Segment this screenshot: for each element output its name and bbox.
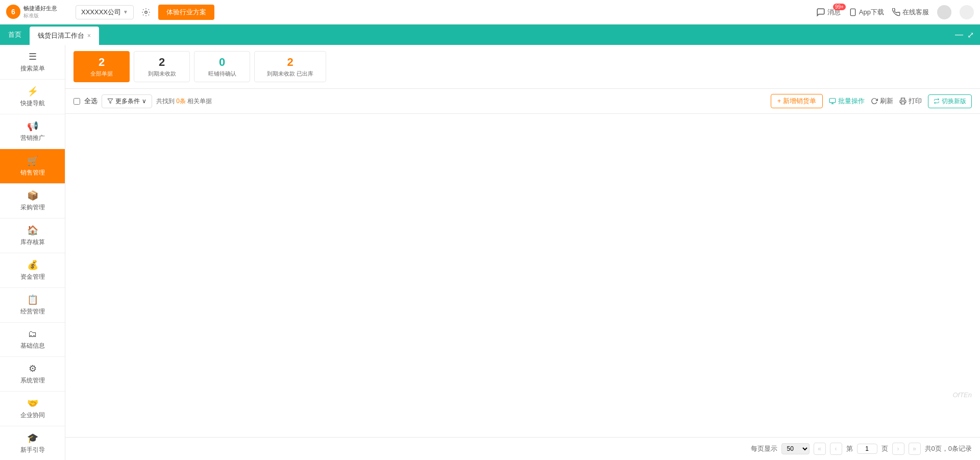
online-service-button[interactable]: 在线客服 (892, 8, 929, 17)
toolbar-right: + 新增销货单 批量操作 刷新 打印 (771, 94, 972, 108)
card-overdue-shipped-number: 2 (287, 56, 293, 69)
card-wangpu-label: 旺铺待确认 (208, 70, 236, 78)
quicknav-icon: ⚡ (27, 86, 38, 97)
tab-active[interactable]: 钱货日清工作台 × (30, 27, 99, 45)
page-label: 第 (846, 444, 853, 453)
message-button[interactable]: 消息 99+ (816, 8, 841, 17)
refresh-label: 刷新 (880, 96, 893, 106)
logo-area: 6 畅捷通好生意 标准版 (6, 5, 71, 19)
guide-icon: 🎓 (27, 432, 38, 444)
page-next-button[interactable]: › (892, 443, 904, 455)
marketing-icon: 📢 (27, 120, 38, 132)
sidebar-guide-label: 新手引导 (20, 446, 45, 454)
sidebar-item-inventory[interactable]: 🏠 库存核算 (0, 219, 65, 253)
app-download-label: App下载 (859, 8, 884, 17)
logo-icon: 6 (6, 5, 20, 19)
tab-active-label: 钱货日清工作台 (38, 31, 84, 40)
tab-home-label: 首页 (8, 30, 21, 39)
card-overdue-shipped[interactable]: 2 到期未收款 已出库 (254, 51, 326, 82)
svg-rect-4 (829, 99, 836, 103)
toolbar: 全选 更多条件 ∨ 共找到 0条 相关单据 + 新增销货单 (65, 89, 980, 114)
card-overdue-number: 2 (159, 56, 165, 69)
empty-state (65, 114, 980, 437)
card-wangpu-number: 0 (219, 56, 225, 69)
sidebar-item-purchase[interactable]: 📦 采购管理 (0, 184, 65, 219)
svg-rect-7 (901, 102, 905, 104)
page-last-button[interactable]: » (909, 443, 921, 455)
found-count: 0条 (176, 98, 186, 105)
sidebar-item-enterprise[interactable]: 🤝 企业协同 (0, 392, 65, 426)
pagination: 每页显示 50 100 200 « ‹ 第 页 › » 共0页，0条记录 (65, 437, 980, 460)
trial-button[interactable]: 体验行业方案 (158, 5, 214, 20)
refresh-button[interactable]: 刷新 (871, 96, 893, 106)
card-wangpu[interactable]: 0 旺铺待确认 (194, 51, 250, 82)
sidebar-item-marketing[interactable]: 📢 营销推广 (0, 114, 65, 149)
filter-dropdown-icon: ∨ (142, 98, 146, 105)
user-avatar[interactable] (937, 5, 951, 19)
switch-version-button[interactable]: 切换新版 (928, 94, 972, 108)
online-service-label: 在线客服 (902, 8, 929, 17)
toolbar-left: 全选 更多条件 ∨ 共找到 0条 相关单据 (74, 94, 765, 108)
inventory-icon: 🏠 (27, 225, 38, 236)
select-all-checkbox[interactable] (74, 98, 80, 105)
basics-icon: 🗂 (28, 329, 37, 340)
sidebar-item-finance[interactable]: 💰 资金管理 (0, 253, 65, 288)
sidebar-basics-label: 基础信息 (20, 342, 45, 350)
filter-label: 更多条件 (115, 97, 140, 106)
filter-button[interactable]: 更多条件 ∨ (102, 94, 152, 108)
message-badge: 99+ (833, 4, 846, 10)
sidebar-search-label: 搜索菜单 (20, 64, 45, 73)
card-overdue[interactable]: 2 到期未收款 (134, 51, 190, 82)
sales-icon: 🛒 (27, 155, 38, 166)
sidebar-enterprise-label: 企业协同 (20, 411, 45, 420)
page-input[interactable] (857, 444, 877, 454)
total-text: 共0页，0条记录 (925, 444, 972, 453)
tab-bar: 首页 钱货日清工作台 × — ⤢ (0, 25, 980, 45)
tab-expand-button[interactable]: ⤢ (967, 30, 974, 40)
sidebar-quicknav-label: 快捷导航 (20, 99, 45, 108)
card-overdue-label: 到期未收款 (148, 70, 176, 78)
page-first-button[interactable]: « (814, 443, 826, 455)
svg-rect-1 (850, 9, 855, 15)
app-download-button[interactable]: App下载 (849, 8, 884, 17)
card-all-label: 全部单据 (90, 70, 113, 78)
switch-label: 切换新版 (942, 97, 966, 106)
sidebar-item-basics[interactable]: 🗂 基础信息 (0, 323, 65, 357)
sidebar-item-search[interactable]: ☰ 搜索菜单 (0, 45, 65, 80)
svg-point-0 (145, 11, 148, 13)
logo-badge: 标准版 (23, 12, 57, 19)
settings-button[interactable] (138, 4, 154, 20)
purchase-icon: 📦 (27, 190, 38, 201)
per-page-label: 每页显示 (751, 444, 777, 453)
page-prev-button[interactable]: ‹ (830, 443, 842, 455)
card-overdue-shipped-label: 到期未收款 已出库 (267, 70, 313, 78)
tab-minimize-button[interactable]: — (955, 30, 963, 39)
add-order-button[interactable]: + 新增销货单 (771, 94, 823, 108)
print-button[interactable]: 打印 (899, 96, 922, 106)
sidebar-item-system[interactable]: ⚙ 系统管理 (0, 357, 65, 392)
sidebar-item-sales[interactable]: 🛒 销售管理 (0, 149, 65, 184)
sidebar-item-guide[interactable]: 🎓 新手引导 (0, 426, 65, 460)
sidebar-system-label: 系统管理 (20, 376, 45, 385)
sidebar-item-quicknav[interactable]: ⚡ 快捷导航 (0, 80, 65, 114)
enterprise-icon: 🤝 (27, 398, 38, 409)
batch-ops-button[interactable]: 批量操作 (829, 96, 865, 106)
tab-bar-actions: — ⤢ (955, 30, 980, 40)
page-suffix: 页 (881, 444, 888, 453)
user-avatar-extra[interactable] (960, 5, 974, 19)
operations-icon: 📋 (27, 294, 38, 305)
company-selector[interactable]: XXXXXX公司 ▼ (76, 5, 134, 19)
tab-close-button[interactable]: × (87, 32, 91, 39)
system-icon: ⚙ (29, 363, 37, 374)
select-all-label: 全选 (84, 96, 97, 106)
main-layout: ☰ 搜索菜单 ⚡ 快捷导航 📢 营销推广 🛒 销售管理 📦 采购管理 🏠 库存核… (0, 45, 980, 460)
company-name: XXXXXX公司 (81, 8, 121, 17)
sidebar-sales-label: 销售管理 (20, 168, 45, 177)
card-all[interactable]: 2 全部单据 (74, 51, 130, 82)
tab-home[interactable]: 首页 (0, 25, 30, 45)
sidebar-item-operations[interactable]: 📋 经营管理 (0, 288, 65, 323)
per-page-select[interactable]: 50 100 200 (781, 443, 810, 454)
sidebar-inventory-label: 库存核算 (20, 238, 45, 247)
header-right: 消息 99+ App下载 在线客服 (816, 5, 974, 19)
sidebar-operations-label: 经营管理 (20, 307, 45, 316)
